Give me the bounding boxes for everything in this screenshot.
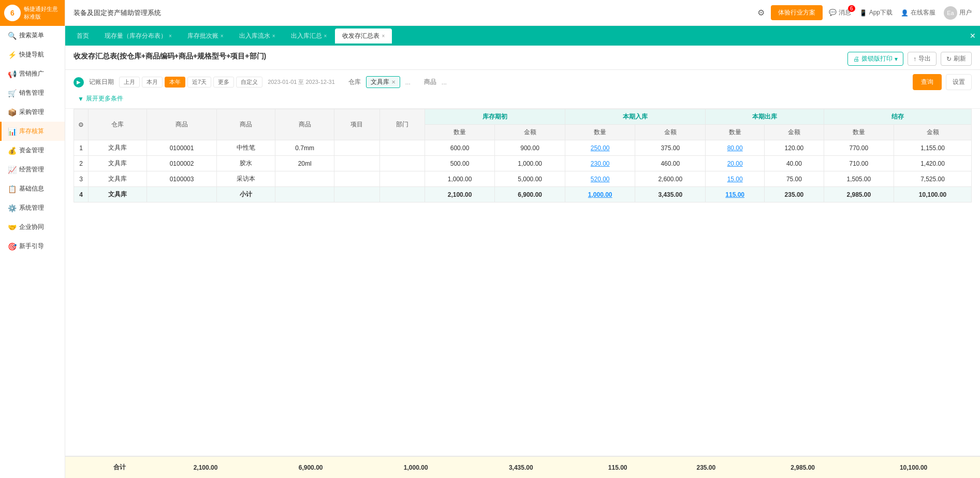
message-icon: 💬: [829, 9, 837, 16]
footer-open-amt: 6,900.00: [258, 460, 363, 475]
export-button[interactable]: ↑ 导出: [908, 52, 937, 66]
topbar-gear-icon[interactable]: ⚙: [757, 8, 765, 18]
sidebar-item-basic[interactable]: 📋基础信息: [0, 179, 65, 198]
app-download-link[interactable]: 📱 App下载: [859, 8, 893, 17]
query-button[interactable]: 查询: [913, 74, 942, 90]
col-code-header: 商品: [147, 109, 217, 140]
settings-button[interactable]: 设置: [946, 74, 972, 90]
row-bal-qty-0: 770.00: [824, 140, 894, 156]
avatar: Ea: [944, 6, 957, 20]
footer-label: 合计: [86, 460, 153, 475]
print-button[interactable]: 🖨 拨锁版打印 ▾: [847, 52, 903, 66]
data-table-wrapper: ⚙ 仓库 商品 商品 商品 项目 部门 库存期初 本期入库 本期出库 结存: [65, 109, 980, 456]
page-title: 收发存汇总表(按仓库+商品编码+商品+规格型号+项目+部门): [74, 52, 972, 61]
col-out-qty-header: 数量: [706, 125, 765, 140]
row-open-amt-2: 5,000.00: [495, 171, 565, 187]
row-warehouse-2: 文具库: [89, 171, 147, 187]
sidebar-item-newbie[interactable]: 🎯新手引导: [0, 237, 65, 256]
sidebar-item-inventory[interactable]: 📊库存核算: [0, 122, 65, 141]
row-in-qty-0[interactable]: 250.00: [565, 140, 635, 156]
online-service-link[interactable]: 👤 在线客服: [901, 8, 935, 17]
sidebar-item-finance[interactable]: 💰资金管理: [0, 141, 65, 160]
sidebar-item-quicknav[interactable]: ⚡快捷导航: [0, 45, 65, 64]
tab-close-5[interactable]: ×: [382, 33, 385, 39]
tab-close-1[interactable]: ×: [169, 33, 172, 39]
row-out-qty-0[interactable]: 80.00: [706, 140, 765, 156]
tab-label-4: 出入库汇总: [291, 32, 322, 40]
col-open-amt-header: 金额: [495, 125, 565, 140]
sidebar-item-search[interactable]: 🔍搜索菜单: [0, 26, 65, 45]
btn-this-month[interactable]: 本月: [142, 77, 163, 88]
row-out-qty-2[interactable]: 15.00: [706, 171, 765, 187]
row-bal-amt-0: 1,155.00: [894, 140, 972, 156]
row-bal-amt-2: 7,525.00: [894, 171, 972, 187]
row-open-amt-3: 6,900.00: [495, 187, 565, 202]
trial-button[interactable]: 体验行业方案: [771, 5, 823, 20]
sidebar-item-system[interactable]: ⚙️系统管理: [0, 198, 65, 218]
btn-last-month[interactable]: 上月: [119, 77, 140, 88]
sidebar-item-operations[interactable]: 📈经营管理: [0, 160, 65, 179]
data-table: ⚙ 仓库 商品 商品 商品 项目 部门 库存期初 本期入库 本期出库 结存: [74, 109, 972, 202]
sidebar-icon-system: ⚙️: [8, 204, 16, 212]
tab-close-3[interactable]: ×: [272, 33, 275, 39]
main-content: 装备及固定资产辅助管理系统 ⚙ 体验行业方案 💬 消息 6 📱 App下载 👤 …: [65, 0, 980, 478]
footer-total-row: 合计 2,100.00 6,900.00 1,000.00 3,435.00 1…: [65, 456, 980, 478]
tab-close-4[interactable]: ×: [324, 33, 327, 39]
col-settings-header[interactable]: ⚙: [74, 109, 89, 140]
goods-more-dots[interactable]: ...: [442, 79, 447, 86]
sidebar-item-sales[interactable]: 🛒销售管理: [0, 83, 65, 103]
refresh-button[interactable]: ↻ 刷新: [941, 52, 972, 66]
sidebar-item-enterprise[interactable]: 🤝企业协同: [0, 218, 65, 237]
tab-4[interactable]: 出入库汇总×: [284, 28, 334, 44]
col-name-header: 商品: [217, 109, 275, 140]
row-out-qty-1[interactable]: 20.00: [706, 156, 765, 171]
row-in-qty-1[interactable]: 230.00: [565, 156, 635, 171]
btn-custom-date[interactable]: 自定义: [236, 77, 262, 88]
row-code-2: 0100003: [147, 171, 217, 187]
btn-recent7[interactable]: 近7天: [187, 77, 211, 88]
sidebar-icon-newbie: 🎯: [8, 242, 16, 251]
btn-this-year[interactable]: 本年: [165, 77, 185, 88]
warehouse-tag-close[interactable]: ✕: [391, 79, 396, 85]
col-project-header: 项目: [334, 109, 379, 140]
filter-toggle-arrow[interactable]: ▶: [74, 77, 84, 88]
tab-1[interactable]: 现存量（库存分布表）×: [97, 28, 179, 44]
table-row: 1 文具库 0100001 中性笔 0.7mm 600.00 900.00 25…: [74, 140, 972, 156]
row-open-qty-2: 1,000.00: [425, 171, 495, 187]
footer-in-amt: 3,435.00: [469, 460, 574, 475]
settings-icon[interactable]: ⚙: [78, 121, 84, 128]
chevron-down-icon: ▾: [895, 55, 898, 63]
row-in-amt-1: 460.00: [635, 156, 706, 171]
topbar-right: 💬 消息 6 📱 App下载 👤 在线客服 Ea 用户: [829, 6, 972, 20]
col-bal-amt-header: 金额: [894, 125, 972, 140]
row-bal-amt-3: 10,100.00: [894, 187, 972, 202]
tab-5[interactable]: 收发存汇总表×: [335, 28, 392, 44]
sidebar-item-purchase[interactable]: 📦采购管理: [0, 103, 65, 122]
row-dept-1: [379, 156, 425, 171]
sidebar-item-marketing[interactable]: 📢营销推广: [0, 64, 65, 83]
user-menu[interactable]: Ea 用户: [944, 6, 972, 20]
row-open-qty-1: 500.00: [425, 156, 495, 171]
sidebar: 6 畅捷通好生意 标准版 🔍搜索菜单⚡快捷导航📢营销推广🛒销售管理📦采购管理📊库…: [0, 0, 65, 478]
footer-open-qty: 2,100.00: [153, 460, 258, 475]
filter-row-2: ▼ 展开更多条件: [74, 93, 972, 104]
row-spec-2: [275, 171, 334, 187]
expand-filter-button[interactable]: ▼ 展开更多条件: [74, 93, 127, 104]
goods-filter-label: 商品: [424, 78, 436, 86]
tab-2[interactable]: 库存批次账×: [180, 28, 231, 44]
row-name-0: 中性笔: [217, 140, 275, 156]
row-out-qty-3: 115.00: [706, 187, 765, 202]
tabbar-close-icon[interactable]: ✕: [970, 32, 976, 40]
tab-3[interactable]: 出入库流水×: [232, 28, 283, 44]
phone-icon: 📱: [859, 9, 867, 17]
row-bal-qty-1: 710.00: [824, 156, 894, 171]
tab-close-2[interactable]: ×: [221, 33, 224, 39]
col-in-group-header: 本期入库: [565, 109, 705, 125]
sidebar-label-search: 搜索菜单: [19, 31, 44, 40]
warehouse-more-dots[interactable]: ...: [405, 79, 411, 86]
message-badge[interactable]: 💬 消息 6: [829, 8, 851, 17]
tab-0[interactable]: 首页: [69, 28, 96, 44]
warehouse-tag[interactable]: 文具库 ✕: [366, 76, 400, 88]
row-in-qty-2[interactable]: 520.00: [565, 171, 635, 187]
btn-more-dates[interactable]: 更多: [213, 77, 234, 88]
